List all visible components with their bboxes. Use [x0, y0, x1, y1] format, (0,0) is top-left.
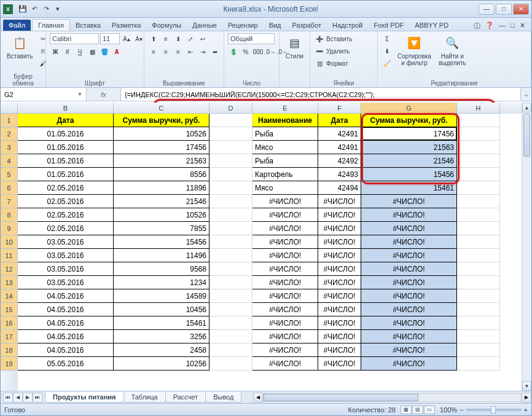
- cell[interactable]: #ЧИСЛО!: [361, 208, 457, 222]
- cell[interactable]: 42494: [318, 181, 361, 195]
- sheet-nav-last-icon[interactable]: ⏭: [33, 393, 42, 402]
- cell[interactable]: #ЧИСЛО!: [252, 208, 318, 222]
- cell[interactable]: Рыба: [252, 127, 318, 141]
- cell[interactable]: 2458: [114, 343, 209, 357]
- cell[interactable]: 11896: [114, 181, 209, 195]
- cell[interactable]: [457, 235, 500, 249]
- cell[interactable]: 42493: [318, 168, 361, 181]
- cell[interactable]: #ЧИСЛО!: [318, 262, 361, 276]
- cell[interactable]: [457, 168, 500, 181]
- row-header-8[interactable]: 8: [1, 208, 18, 222]
- ribbon-tab-0[interactable]: Файл: [3, 20, 31, 31]
- currency-icon[interactable]: 💲: [228, 46, 239, 57]
- col-header-E[interactable]: E: [252, 103, 318, 114]
- cell[interactable]: #ЧИСЛО!: [318, 235, 361, 249]
- underline-icon[interactable]: Ч: [74, 46, 85, 57]
- cell[interactable]: 21546: [114, 195, 209, 208]
- sheet-tab[interactable]: Продукты питания: [45, 392, 124, 402]
- cell[interactable]: [209, 357, 252, 371]
- cell[interactable]: #ЧИСЛО!: [252, 330, 318, 343]
- cell[interactable]: [457, 141, 500, 154]
- cell[interactable]: #ЧИСЛО!: [252, 235, 318, 249]
- cell[interactable]: #ЧИСЛО!: [252, 303, 318, 316]
- col-header-C[interactable]: C: [114, 103, 209, 114]
- autosum-icon[interactable]: Σ: [381, 33, 393, 44]
- cell[interactable]: [209, 235, 252, 249]
- cell[interactable]: #ЧИСЛО!: [252, 343, 318, 357]
- ribbon-tab-4[interactable]: Формулы: [146, 20, 187, 31]
- view-layout-icon[interactable]: ▤: [412, 406, 423, 414]
- cell[interactable]: #ЧИСЛО!: [361, 289, 457, 303]
- cell[interactable]: 04.05.2016: [18, 316, 114, 330]
- cell[interactable]: #ЧИСЛО!: [318, 343, 361, 357]
- zoom-slider[interactable]: [466, 409, 522, 411]
- cell[interactable]: 15456: [114, 235, 209, 249]
- cell[interactable]: Дата: [318, 114, 361, 127]
- align-bot-icon[interactable]: ⬇: [173, 33, 184, 44]
- cell[interactable]: 10526: [114, 208, 209, 222]
- cell[interactable]: [209, 181, 252, 195]
- cell[interactable]: #ЧИСЛО!: [318, 222, 361, 235]
- cells-area[interactable]: ДатаСумма выручки, руб.НаименованиеДатаС…: [18, 114, 522, 391]
- cell[interactable]: [457, 127, 500, 141]
- col-header-D[interactable]: D: [209, 103, 252, 114]
- sheet-tab[interactable]: Рассчет: [165, 392, 206, 402]
- col-header-G[interactable]: G: [361, 103, 457, 114]
- ribbon-tab-6[interactable]: Рецензир: [222, 20, 264, 31]
- ribbon-tab-9[interactable]: Надстрой: [327, 20, 368, 31]
- cell[interactable]: #ЧИСЛО!: [361, 195, 457, 208]
- sheet-tab[interactable]: Вывод: [205, 392, 241, 402]
- name-box[interactable]: G2 ▼: [1, 88, 87, 101]
- row-header-13[interactable]: 13: [1, 276, 18, 289]
- cell[interactable]: [457, 222, 500, 235]
- scroll-thumb[interactable]: [523, 114, 530, 157]
- select-all-corner[interactable]: [1, 103, 18, 114]
- cell[interactable]: 04.05.2016: [18, 303, 114, 316]
- clear-icon[interactable]: 🧹: [381, 58, 393, 69]
- cell[interactable]: [457, 154, 500, 168]
- cell[interactable]: 03.05.2016: [18, 235, 114, 249]
- cell[interactable]: 1234: [114, 276, 209, 289]
- cell[interactable]: #ЧИСЛО!: [361, 235, 457, 249]
- cell[interactable]: [209, 316, 252, 330]
- cell[interactable]: Картофель: [252, 168, 318, 181]
- cell[interactable]: [209, 154, 252, 168]
- cell[interactable]: 42492: [318, 154, 361, 168]
- sheet-nav-next-icon[interactable]: ▶: [23, 393, 33, 402]
- cell[interactable]: #ЧИСЛО!: [361, 330, 457, 343]
- cell[interactable]: 02.05.2016: [18, 222, 114, 235]
- cell[interactable]: #ЧИСЛО!: [361, 316, 457, 330]
- cell[interactable]: Наименование: [252, 114, 318, 127]
- styles-button[interactable]: ▤ Стили: [283, 33, 306, 61]
- ribbon-tab-7[interactable]: Вид: [264, 20, 287, 31]
- grow-font-icon[interactable]: A▴: [121, 33, 132, 44]
- format-cells-icon[interactable]: ▥: [314, 58, 325, 69]
- cell[interactable]: 10526: [114, 127, 209, 141]
- cell[interactable]: 14589: [114, 289, 209, 303]
- hscroll-right-icon[interactable]: ▶: [522, 393, 531, 402]
- sort-filter-button[interactable]: 🔽 Сортировка и фильтр: [395, 33, 434, 68]
- align-left-icon[interactable]: ≡: [148, 46, 159, 57]
- insert-cells-icon[interactable]: ➕: [314, 33, 325, 44]
- cell[interactable]: 02.05.2016: [18, 195, 114, 208]
- cell[interactable]: 04.05.2016: [18, 343, 114, 357]
- ribbon-help-icon-0[interactable]: ⓘ: [474, 22, 480, 31]
- cell[interactable]: [209, 208, 252, 222]
- cell[interactable]: 21546: [361, 154, 457, 168]
- row-header-10[interactable]: 10: [1, 235, 18, 249]
- cell[interactable]: #ЧИСЛО!: [361, 276, 457, 289]
- font-name-combo[interactable]: Calibri: [50, 33, 99, 44]
- ribbon-help-icon-1[interactable]: ❓: [485, 22, 494, 31]
- hscroll-track[interactable]: [263, 393, 522, 402]
- cell[interactable]: Сумма выручки, руб.: [361, 114, 457, 127]
- cell[interactable]: [209, 330, 252, 343]
- cell[interactable]: Рыба: [252, 154, 318, 168]
- bold-icon[interactable]: Ж: [50, 46, 61, 57]
- indent-inc-icon[interactable]: ⇥: [197, 46, 208, 57]
- cell[interactable]: 21563: [361, 141, 457, 154]
- row-header-12[interactable]: 12: [1, 262, 18, 276]
- cell[interactable]: [457, 114, 500, 127]
- indent-dec-icon[interactable]: ⇤: [185, 46, 196, 57]
- cell[interactable]: 02.05.2016: [18, 181, 114, 195]
- cell[interactable]: [457, 208, 500, 222]
